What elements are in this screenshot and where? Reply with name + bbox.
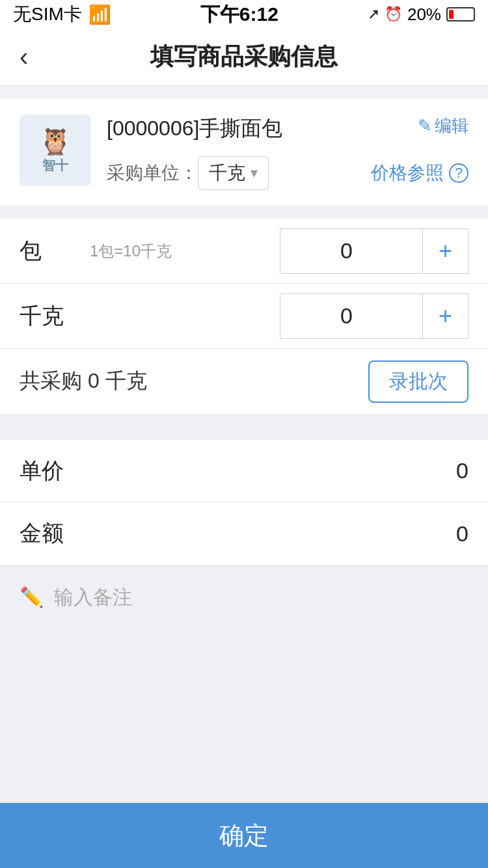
qianke-input-row: 千克 + <box>0 284 488 349</box>
battery-icon <box>446 7 475 21</box>
summary-row: 共采购 0 千克 录批次 <box>0 349 488 414</box>
carrier-text: 无SIM卡 <box>13 2 82 27</box>
back-button[interactable]: ‹ <box>13 36 34 78</box>
qianke-input[interactable] <box>280 293 423 339</box>
product-info: [0000006]手撕面包 ✎ 编辑 采购单位： 千克 ▾ 价格参照 ? <box>107 115 468 190</box>
product-name: [0000006]手撕面包 <box>107 115 405 143</box>
jine-value: 0 <box>456 521 468 547</box>
section-divider-2 <box>0 414 488 427</box>
edit-icon: ✎ <box>418 116 432 136</box>
product-card: 🦉 智十 [0000006]手撕面包 ✎ 编辑 采购单位： 千克 ▾ <box>0 99 488 206</box>
qianke-label: 千克 <box>20 301 85 331</box>
price-ref-label: 价格参照 <box>371 161 444 185</box>
edit-button[interactable]: ✎ 编辑 <box>418 115 468 137</box>
help-icon: ? <box>449 163 468 183</box>
price-section: 单价 0 金额 0 <box>0 440 488 565</box>
bao-label: 包 <box>20 236 85 266</box>
status-right: ↗ ⏰ 20% <box>368 5 475 25</box>
unit-row: 采购单位： 千克 ▾ 价格参照 ? <box>107 156 468 190</box>
jine-row: 金额 0 <box>0 502 488 565</box>
battery-percent: 20% <box>407 5 441 25</box>
unit-label: 采购单位： <box>107 161 198 185</box>
unit-select[interactable]: 千克 ▾ <box>198 156 269 190</box>
product-id: [0000006] <box>107 116 199 140</box>
product-image: 🦉 智十 <box>20 115 91 186</box>
page-content: 🦉 智十 [0000006]手撕面包 ✎ 编辑 采购单位： 千克 ▾ <box>0 99 488 868</box>
confirm-button[interactable]: 确定 <box>0 803 488 868</box>
remark-section[interactable]: ✏️ 输入备注 <box>0 565 488 643</box>
qianke-plus-button[interactable]: + <box>423 293 468 339</box>
input-section: 包 1包=10千克 + 千克 + <box>0 219 488 349</box>
bao-sublabel: 1包=10千克 <box>90 241 280 262</box>
bao-plus-button[interactable]: + <box>423 228 468 274</box>
bao-input[interactable] <box>280 228 423 274</box>
brand-text: 智十 <box>42 157 68 174</box>
bao-input-row: 包 1包=10千克 + <box>0 219 488 284</box>
danjia-label: 单价 <box>20 456 64 486</box>
jine-label: 金额 <box>20 519 64 549</box>
product-header: [0000006]手撕面包 ✎ 编辑 <box>107 115 468 143</box>
product-title: 手撕面包 <box>199 116 282 140</box>
section-divider-1 <box>0 206 488 219</box>
unit-value: 千克 <box>209 161 245 185</box>
qianke-input-wrap: + <box>280 293 468 339</box>
alarm-icon: ⏰ <box>385 6 402 23</box>
status-bar: 无SIM卡 📶 下午6:12 ↗ ⏰ 20% <box>0 0 488 29</box>
owl-icon: 🦉 <box>39 126 72 157</box>
status-time: 下午6:12 <box>200 1 278 28</box>
status-left: 无SIM卡 📶 <box>13 2 111 27</box>
edit-label: 编辑 <box>435 115 468 137</box>
nav-bar: ‹ 填写商品采购信息 <box>0 29 488 86</box>
chevron-down-icon: ▾ <box>251 165 258 182</box>
location-icon: ↗ <box>368 6 379 23</box>
pencil-icon: ✏️ <box>20 586 44 608</box>
batch-button[interactable]: 录批次 <box>368 360 468 403</box>
price-ref-button[interactable]: 价格参照 ? <box>371 161 468 185</box>
danjia-row: 单价 0 <box>0 440 488 502</box>
page-title: 填写商品采购信息 <box>150 41 338 73</box>
summary-text: 共采购 0 千克 <box>20 367 147 396</box>
wifi-icon: 📶 <box>88 4 111 25</box>
bao-input-wrap: + <box>280 228 468 274</box>
remark-placeholder: 输入备注 <box>54 584 132 611</box>
danjia-value: 0 <box>456 458 468 483</box>
